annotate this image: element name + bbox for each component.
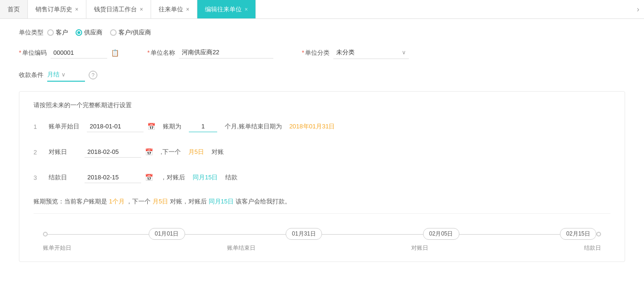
unit-type-radio-group: 客户 供应商 客户/供应商	[47, 28, 151, 37]
tab-cash-work-close[interactable]: ×	[140, 6, 143, 13]
unit-name-field: *单位名称	[147, 47, 273, 59]
summary-mid1: ，下一个	[126, 198, 151, 205]
row-3-calendar-icon[interactable]: 📅	[145, 174, 153, 181]
row-1-date-wrapper: 📅	[87, 121, 155, 132]
summary-text: 账期预览：当前客户账期是 1个月 ，下一个 月5日 对账，对账后 同月15日 该…	[34, 197, 610, 214]
settings-card: 请按照未来的一个完整帐期进行设置 1 账单开始日 📅 账期为 个月,账单结束日期…	[19, 91, 625, 262]
unit-category-value: 未分类	[336, 48, 400, 57]
unit-name-label: *单位名称	[147, 49, 175, 57]
tab-edit-unit-close[interactable]: ×	[245, 6, 248, 13]
timeline-node-4: 02月05日	[423, 228, 459, 240]
unit-name-input[interactable]	[179, 47, 273, 59]
summary-part1: 1个月	[109, 198, 125, 205]
tab-cash-work[interactable]: 钱货日清工作台 ×	[86, 0, 151, 18]
tab-partner-unit-label: 往来单位	[159, 5, 183, 14]
radio-supplier-label: 供应商	[84, 28, 102, 37]
row-2-date-wrapper: 📅	[85, 146, 153, 158]
tab-edit-unit[interactable]: 编辑往来单位 ×	[197, 0, 256, 18]
timeline-badge-4: 02月15日	[560, 228, 596, 240]
row-1-label: 账单开始日	[49, 122, 79, 131]
row-1-date-input[interactable]	[87, 121, 144, 132]
tab-partner-unit-close[interactable]: ×	[186, 6, 189, 13]
radio-supplier[interactable]: 供应商	[76, 28, 102, 37]
radio-supplier-circle	[76, 29, 82, 36]
timeline-node-3: 01月31日	[286, 228, 322, 240]
row-1-period-unit: 个月,账单结束日期为	[225, 122, 282, 131]
tab-sales-history[interactable]: 销售订单历史 ×	[28, 0, 86, 18]
timeline-badge-2: 01月31日	[286, 228, 322, 240]
row-1-calendar-icon[interactable]: 📅	[147, 123, 155, 130]
tab-home-label: 首页	[8, 5, 20, 14]
timeline-label-2: 对账日	[411, 245, 428, 251]
row-1-mid-text: 账期为	[163, 122, 181, 131]
unit-category-label: *单位分类	[302, 49, 330, 57]
row-2-date-input[interactable]	[85, 146, 141, 158]
payment-condition-label: 收款条件	[19, 71, 43, 79]
unit-category-select[interactable]: 未分类 ∨	[333, 46, 409, 59]
row-3-suffix-prefix: ，对账后	[161, 173, 185, 182]
row-2-suffix-highlight: 月5日	[188, 148, 204, 156]
radio-both[interactable]: 客户/供应商	[110, 28, 151, 37]
setting-row-1: 1 账单开始日 📅 账期为 个月,账单结束日期为 2018年01月31日	[34, 121, 610, 132]
summary-mid2: 对账，对账后	[170, 198, 207, 205]
unit-code-copy-icon[interactable]: 📋	[111, 49, 119, 57]
row-3-date-wrapper: 📅	[85, 172, 153, 183]
unit-code-input[interactable]	[51, 47, 107, 59]
timeline-track: 01月01日 01月31日 02月05日 02月15日	[34, 228, 610, 240]
tab-partner-unit[interactable]: 往来单位 ×	[151, 0, 197, 18]
row-2-num: 2	[34, 149, 41, 156]
tab-more-button[interactable]: ›	[632, 0, 644, 18]
timeline-label-3-wrapper: 结款日	[584, 244, 601, 252]
payment-condition-select[interactable]: 月结 ∨	[47, 68, 85, 82]
main-content: 单位类型 客户 供应商 客户/供应商 *单位编码 📋	[0, 19, 644, 287]
row-2-calendar-icon[interactable]: 📅	[145, 148, 153, 156]
timeline-dot-2	[596, 232, 601, 236]
summary-suffix: 该客户会给我打款。	[236, 198, 291, 205]
radio-customer-circle	[47, 29, 54, 36]
timeline-node-6	[596, 232, 601, 236]
row-2-suffix-end: 对账	[212, 148, 224, 156]
timeline-label-3: 结款日	[584, 245, 601, 251]
timeline-node-5: 02月15日	[560, 228, 596, 240]
timeline-dot-1	[43, 232, 48, 236]
row-3-num: 3	[34, 174, 41, 181]
unit-code-label: *单位编码	[19, 49, 47, 57]
row-1-end-date: 2018年01月31日	[289, 122, 335, 131]
row-2-suffix-prefix: ,下一个	[161, 148, 181, 156]
timeline-label-1: 账单结束日	[227, 245, 255, 251]
radio-customer[interactable]: 客户	[47, 28, 68, 37]
timeline-node-2: 01月01日	[149, 228, 185, 240]
unit-type-label: 单位类型	[19, 28, 43, 37]
unit-details-row: *单位编码 📋 *单位名称 *单位分类 未分类 ∨	[19, 46, 625, 59]
timeline-label-0: 账单开始日	[43, 245, 71, 251]
timeline-section: 01月01日 01月31日 02月05日 02月15日	[34, 223, 610, 252]
timeline-node-1	[43, 232, 48, 236]
timeline-badge-1: 01月01日	[149, 228, 185, 240]
tab-sales-history-label: 销售订单历史	[35, 5, 72, 14]
timeline-label-1-wrapper: 账单结束日	[227, 244, 255, 252]
payment-condition-field: 收款条件 月结 ∨ ?	[19, 68, 97, 82]
tab-home[interactable]: 首页	[0, 0, 28, 18]
payment-condition-row: 收款条件 月结 ∨ ?	[19, 68, 625, 82]
radio-both-circle	[110, 29, 117, 36]
help-icon[interactable]: ?	[89, 71, 97, 79]
timeline-badge-3: 02月05日	[423, 228, 459, 240]
unit-code-field: *单位编码 📋	[19, 47, 119, 59]
row-2-label: 对账日	[49, 148, 77, 156]
row-3-date-input[interactable]	[85, 172, 141, 183]
row-1-period-input[interactable]	[189, 121, 217, 132]
radio-both-label: 客户/供应商	[119, 28, 151, 37]
unit-category-field: *单位分类 未分类 ∨	[302, 46, 409, 59]
tab-sales-history-close[interactable]: ×	[75, 6, 78, 13]
setting-row-2: 2 对账日 📅 ,下一个 月5日 对账	[34, 146, 610, 158]
tab-edit-unit-label: 编辑往来单位	[205, 5, 242, 14]
tab-bar: 首页 销售订单历史 × 钱货日清工作台 × 往来单位 × 编辑往来单位 × ›	[0, 0, 644, 19]
timeline-label-0-wrapper: 账单开始日	[43, 244, 71, 252]
timeline-label-2-wrapper: 对账日	[411, 244, 428, 252]
timeline-line	[43, 234, 601, 235]
summary-prefix: 账期预览：当前客户账期是	[34, 198, 107, 205]
row-3-suffix-highlight: 同月15日	[193, 173, 218, 182]
payment-condition-arrow: ∨	[61, 71, 66, 78]
tab-cash-work-label: 钱货日清工作台	[94, 5, 137, 14]
setting-row-3: 3 结款日 📅 ，对账后 同月15日 结款	[34, 172, 610, 183]
